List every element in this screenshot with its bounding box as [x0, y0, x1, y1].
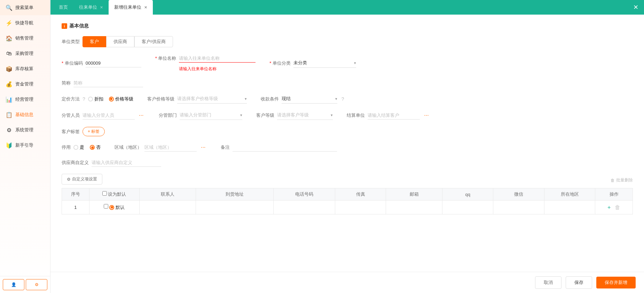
region-label: 区域（地区） — [115, 144, 142, 150]
customer-level-select[interactable]: 请选择客户等级 ▾ — [277, 111, 333, 120]
del-row-btn[interactable]: 🗑 — [613, 204, 622, 210]
phone-input[interactable] — [289, 203, 320, 211]
settlement-more-btn[interactable]: ··· — [423, 112, 430, 119]
pricing-method-group: 定价方法 ? 折扣 价格等级 — [62, 96, 133, 102]
sidebar-item-operations[interactable]: 📊 经营管理 — [0, 92, 50, 107]
chevron-down-icon: ▾ — [331, 113, 333, 117]
row-qq[interactable] — [442, 201, 493, 214]
customer-tag-group: 客户标签 + 标签 — [62, 127, 105, 136]
tab-partners-close[interactable]: ✕ — [100, 5, 103, 10]
sidebar-item-sales[interactable]: 🏠 销售管理 — [0, 31, 50, 46]
sidebar-item-basic[interactable]: 📋 基础信息 — [0, 107, 50, 122]
pricing-discount-radio[interactable] — [88, 97, 93, 101]
gear-icon: ⚙ — [67, 177, 71, 182]
save-new-button[interactable]: 保存并新增 — [596, 277, 636, 288]
sidebar-item-system[interactable]: ⚙ 系统管理 — [0, 122, 50, 138]
abbreviation-group: 简称 — [62, 79, 143, 87]
supplier-custom-row: 供应商自定义 — [62, 158, 633, 167]
region-more-btn[interactable]: ··· — [199, 144, 207, 150]
col-default: 设为默认 — [89, 188, 139, 201]
tab-home[interactable]: 首页 — [53, 0, 73, 15]
section-title: i 基本信息 — [62, 23, 633, 29]
customer-price-level-group: 客户价格等级 请选择客户价格等级 ▾ — [147, 94, 247, 104]
tab-new-partner[interactable]: 新增往来单位 ✕ — [109, 0, 153, 15]
sidebar-settings-btn[interactable]: ⚙ — [26, 279, 47, 290]
sidebar-item-finance[interactable]: 💰 资金管理 — [0, 76, 50, 92]
system-icon: ⚙ — [6, 127, 13, 133]
row-region[interactable] — [544, 201, 595, 214]
settlement-unit-input[interactable] — [368, 111, 420, 120]
sidebar-item-label: 新手引导 — [15, 142, 33, 148]
col-wechat: 微信 — [493, 188, 544, 201]
col-region: 所在地区 — [544, 188, 595, 201]
row-address[interactable] — [196, 201, 273, 214]
sidebar-item-quick-nav[interactable]: ⚡ 快捷导航 — [0, 15, 50, 31]
payment-terms-label: 收款条件 — [261, 96, 279, 102]
customer-price-level-select[interactable]: 请选择客户价格等级 ▾ — [177, 94, 247, 104]
tab-new-partner-close[interactable]: ✕ — [144, 5, 147, 10]
unit-name-input[interactable] — [179, 54, 256, 63]
row-wechat[interactable] — [493, 201, 544, 214]
qq-input[interactable] — [456, 203, 480, 211]
row-contact[interactable] — [139, 201, 196, 214]
pricing-row: 定价方法 ? 折扣 价格等级 客户价格等级 请选择客户价格等级 — [62, 94, 633, 104]
supplier-custom-input[interactable] — [92, 158, 161, 167]
select-all-checkbox[interactable] — [102, 191, 107, 196]
sidebar-item-search[interactable]: 🔍 搜索菜单 — [0, 0, 50, 15]
unit-type-supplier[interactable]: 供应商 — [106, 36, 134, 47]
payment-terms-select[interactable]: 现结 ▾ — [282, 94, 337, 104]
row-phone[interactable] — [273, 201, 335, 214]
pricing-discount[interactable]: 折扣 — [88, 96, 103, 102]
sidebar-item-guide[interactable]: 🔰 新手引导 — [0, 138, 50, 153]
unit-code-group: 单位编码 — [62, 59, 141, 67]
add-tag-button[interactable]: + 标签 — [83, 127, 105, 136]
manager-input[interactable] — [83, 111, 135, 120]
row-default-radio[interactable]: 默认 — [109, 204, 125, 211]
department-select[interactable]: 请输入分管部门 ▾ — [180, 111, 242, 120]
disabled-row: 停用 是 否 区域（地区） ··· — [62, 143, 633, 152]
unit-name-label: 单位名称 — [155, 55, 176, 62]
pricing-level-radio[interactable] — [109, 97, 114, 101]
col-contact: 联系人 — [139, 188, 196, 201]
fax-input[interactable] — [348, 203, 373, 211]
payment-info-icon[interactable]: ? — [341, 96, 344, 102]
sidebar-item-inventory[interactable]: 📦 库存核算 — [0, 61, 50, 76]
pricing-level[interactable]: 价格等级 — [109, 96, 133, 102]
custom-settings-button[interactable]: ⚙ 自定义项设置 — [62, 174, 102, 185]
sidebar-item-purchase[interactable]: 🛍 采购管理 — [0, 46, 50, 61]
disabled-yes-radio[interactable] — [73, 145, 78, 150]
unit-type-customer[interactable]: 客户 — [83, 36, 106, 47]
row-email[interactable] — [386, 201, 442, 214]
region-input[interactable] — [144, 143, 197, 152]
contact-input[interactable] — [154, 203, 181, 211]
unit-category-select[interactable]: 未分类 ▾ — [293, 58, 356, 68]
disabled-no-radio[interactable] — [90, 145, 95, 150]
row-region-input[interactable] — [558, 203, 582, 211]
disabled-yes[interactable]: 是 — [73, 144, 84, 150]
tab-bar-close-all[interactable]: ✕ — [630, 3, 641, 11]
tab-partners[interactable]: 往来单位 ✕ — [73, 0, 109, 15]
customer-tag-label: 客户标签 — [62, 129, 80, 135]
manager-row: 分管人员 ··· 分管部门 请输入分管部门 ▾ 客户等级 请选择客户等级 ▾ — [62, 111, 633, 120]
sidebar-bottom: 👤 ⚙ — [0, 276, 50, 293]
abbreviation-input[interactable] — [73, 79, 143, 87]
row-checkbox[interactable] — [104, 204, 108, 209]
disabled-no[interactable]: 否 — [90, 144, 101, 150]
address-input[interactable] — [214, 203, 256, 211]
wechat-input[interactable] — [506, 203, 531, 211]
remark-input[interactable] — [233, 143, 337, 152]
pricing-info-icon[interactable]: ? — [83, 96, 85, 102]
customer-level-label: 客户等级 — [256, 112, 274, 119]
disabled-group: 停用 是 否 — [62, 144, 101, 150]
row-fax[interactable] — [335, 201, 386, 214]
unit-type-both[interactable]: 客户/供应商 — [134, 36, 173, 47]
chevron-down-icon: ▾ — [240, 113, 242, 117]
email-input[interactable] — [400, 203, 428, 211]
unit-code-input[interactable] — [86, 59, 141, 67]
batch-delete-button[interactable]: 🗑 批量删除 — [611, 177, 633, 183]
sidebar-bottom-btn[interactable]: 👤 — [3, 279, 24, 290]
cancel-button[interactable]: 取消 — [535, 276, 561, 289]
save-button[interactable]: 保存 — [566, 276, 592, 289]
add-row-btn[interactable]: + — [606, 204, 612, 210]
manager-more-btn[interactable]: ··· — [138, 112, 145, 119]
